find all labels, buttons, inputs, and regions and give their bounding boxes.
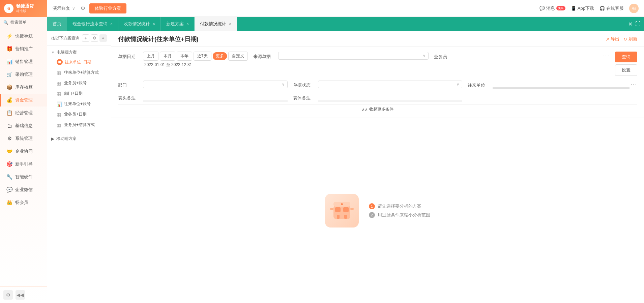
tab-cash-flow[interactable]: 现金银行流水查询 × [67, 17, 118, 31]
body-note-input[interactable] [318, 93, 463, 100]
source-select[interactable]: ∨ [278, 52, 429, 60]
sidebar-item-label: 企业微信 [15, 187, 33, 193]
member-icon: 👑 [6, 200, 12, 206]
sidebar-item-marketing[interactable]: 🎁 营销推广 [0, 42, 47, 55]
sidebar-item-label: 库存核算 [15, 84, 33, 90]
scheme-group-mobile-toggle[interactable]: ▶ 移动端方案 [51, 136, 107, 142]
salesperson-input[interactable] [459, 52, 602, 59]
tab-new-scheme[interactable]: 新建方案 × [161, 17, 195, 31]
sidebar-item-basic-info[interactable]: 🗂 基础信息 [0, 119, 47, 132]
inventory-icon: 📦 [6, 84, 12, 90]
trial-button[interactable]: 体验行业方案 [89, 3, 126, 13]
scheme-collapse-button[interactable]: « [99, 34, 107, 42]
tab-home[interactable]: 首页 [47, 17, 67, 31]
empty-illustration [325, 194, 359, 228]
scheme-item-partner-date[interactable]: 往来单位+日期 [47, 57, 111, 67]
sidebar-item-label: 营销推广 [15, 46, 33, 52]
date-btn-more[interactable]: 更多 [213, 52, 227, 60]
dept-select[interactable]: ∨ [143, 81, 288, 88]
sidebar-item-wechat[interactable]: 💬 企业微信 [0, 183, 47, 196]
collapse-more-button[interactable]: ∧∧ 收起更多条件 [118, 104, 637, 114]
user-name: Rit [632, 6, 636, 10]
company-selector[interactable]: 演示账套 ∨ [53, 5, 75, 11]
app-download-button[interactable]: 📱 App下载 [571, 5, 594, 11]
export-button[interactable]: ↗ 导出 [606, 36, 619, 42]
sidebar-item-finance[interactable]: 💰 资金管理 [0, 94, 47, 107]
message-badge: 99+ [556, 6, 565, 10]
sidebar-gear-button[interactable]: ⚙ [3, 290, 13, 300]
sidebar-item-quick-nav[interactable]: ⚡ 快捷导航 [0, 30, 47, 42]
tab-cash-flow-close-icon[interactable]: × [110, 22, 113, 26]
scheme-item-salesperson-date[interactable]: ▦ 业务员+日期 [47, 109, 111, 120]
sidebar-item-member[interactable]: 👑 畅会员 [0, 196, 47, 209]
partner-input[interactable] [493, 80, 629, 88]
scheme-item-salesperson-settle[interactable]: ▦ 业务员+结算方式 [47, 120, 111, 130]
online-service-button[interactable]: 🎧 在线客服 [599, 5, 624, 11]
sidebar-item-operation[interactable]: 📋 经营管理 [0, 107, 47, 119]
date-btn-last-7days[interactable]: 近7天 [194, 52, 211, 61]
scheme-add-button[interactable]: ＋ [82, 34, 89, 42]
app-logo-text-container: 畅捷通货 标准版 [16, 3, 34, 13]
scheme-group-desktop-toggle[interactable]: ▼ 电脑端方案 [47, 48, 111, 57]
refresh-button[interactable]: ↻ 刷新 [623, 36, 637, 42]
company-chevron-icon: ∨ [72, 6, 75, 11]
scheme-item-partner-settle[interactable]: ▦ 往来单位+结算方式 [47, 67, 111, 78]
tip-text-1: 请先选择要分析的方案 [378, 203, 421, 209]
query-button[interactable]: 查询 [615, 52, 637, 62]
tab-new-scheme-close-icon[interactable]: × [186, 22, 189, 26]
salesperson-dots-button[interactable]: ··· [603, 53, 610, 59]
sidebar-item-purchase[interactable]: 🛒 采购管理 [0, 68, 47, 81]
sidebar-collapse-button[interactable]: ◀◀ [16, 290, 25, 300]
dept-label: 部门 [118, 80, 142, 88]
tab-receipt-stats[interactable]: 收款情况统计 × [118, 17, 161, 31]
scheme-item-partner-account[interactable]: 📊 往来单位+账号 [47, 99, 111, 109]
tab-close-all-icon[interactable]: ✕ [628, 21, 633, 27]
scheme-mobile-arrow-icon: ▶ [51, 137, 54, 141]
tab-receipt-stats-label: 收款情况统计 [124, 21, 150, 27]
sidebar-item-collab[interactable]: 🤝 企业协同 [0, 145, 47, 158]
scheme-settings-button[interactable]: ⚙ [91, 34, 98, 42]
sidebar-item-label: 智能硬件 [15, 174, 33, 180]
date-btn-custom[interactable]: 自定义 [228, 52, 248, 61]
sidebar-item-sales[interactable]: 📊 销售管理 [0, 55, 47, 68]
user-avatar[interactable]: Rit [629, 4, 639, 13]
filter-settings-button[interactable]: 设置 [615, 64, 637, 76]
sidebar-item-guide[interactable]: 🎯 新手引导 [0, 158, 47, 171]
tab-new-scheme-label: 新建方案 [166, 21, 184, 27]
tab-fullscreen-icon[interactable]: ⛶ [635, 21, 641, 27]
app-name: 畅捷通货 [16, 3, 34, 9]
date-label: 单据日期 [118, 52, 142, 60]
date-btn-this-month[interactable]: 本月 [160, 52, 175, 61]
tab-receipt-stats-close-icon[interactable]: × [153, 22, 155, 26]
sidebar: 6 畅捷通货 标准版 🔍 搜索菜单 ⚡ 快捷导航 🎁 营销推广 📊 销售管理 🛒… [0, 0, 47, 303]
tab-payment-stats[interactable]: 付款情况统计 × [195, 17, 237, 31]
search-menu-item[interactable]: 🔍 搜索菜单 [0, 17, 47, 28]
svg-rect-3 [330, 208, 333, 210]
sidebar-item-label: 采购管理 [15, 71, 33, 78]
date-range-display: 2022-01-01 至 2022-12-31 [144, 62, 248, 68]
header-settings-icon[interactable]: ⚙ [81, 5, 85, 11]
scheme-item-label: 业务员+结算方式 [64, 122, 95, 128]
sales-icon: 📊 [6, 59, 12, 65]
search-menu-label: 搜索菜单 [10, 20, 27, 25]
date-btn-this-year[interactable]: 本年 [177, 52, 192, 61]
sidebar-item-label: 企业协同 [15, 148, 33, 154]
header-note-input[interactable] [143, 93, 288, 100]
purchase-icon: 🛒 [6, 71, 12, 78]
partner-dots-button[interactable]: ··· [631, 81, 637, 87]
sidebar-item-hardware[interactable]: 🔧 智能硬件 [0, 171, 47, 183]
tab-payment-stats-close-icon[interactable]: × [229, 22, 231, 26]
scheme-item-dept-date[interactable]: ▦ 部门+日期 [47, 88, 111, 99]
tip-text-2: 用过滤条件来缩小分析范围 [378, 212, 430, 218]
sidebar-item-system[interactable]: ⚙ 系统管理 [0, 132, 47, 145]
scheme-item-icon: ▦ [57, 81, 62, 86]
system-icon: ⚙ [6, 135, 12, 142]
doc-status-select[interactable]: ∨ [318, 81, 463, 88]
empty-state: 1 请先选择要分析的方案 2 用过滤条件来缩小分析范围 [111, 118, 644, 303]
date-btn-last-month[interactable]: 上月 [143, 52, 158, 61]
sidebar-item-inventory[interactable]: 📦 库存核算 [0, 81, 47, 94]
message-button[interactable]: 💬 消息 99+ [539, 5, 565, 11]
scheme-item-salesperson-account[interactable]: ▦ 业务员+账号 [47, 78, 111, 88]
tab-payment-stats-label: 付款情况统计 [200, 21, 226, 27]
scheme-group-mobile: ▶ 移动端方案 [47, 133, 111, 144]
